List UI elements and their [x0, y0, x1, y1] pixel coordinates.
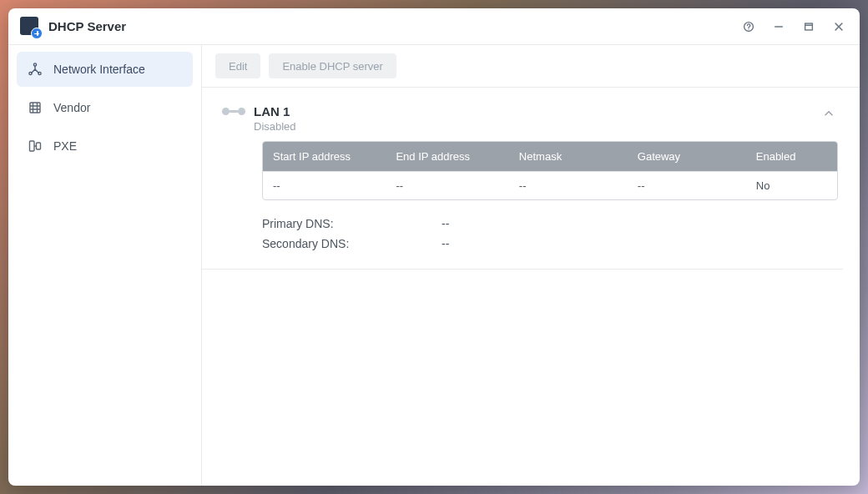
interface-name: LAN 1	[254, 104, 820, 118]
toolbar: Edit Enable DHCP server	[202, 45, 860, 88]
interface-detail: Start IP address End IP address Netmask …	[209, 141, 843, 254]
close-icon[interactable]	[830, 18, 848, 36]
vendor-icon	[27, 99, 43, 116]
col-enabled: Enabled	[746, 142, 837, 172]
maximize-icon[interactable]	[800, 18, 818, 36]
table-row[interactable]: -- -- -- -- No	[263, 172, 837, 200]
sidebar-item-label: Network Interface	[53, 63, 145, 76]
help-icon[interactable]	[739, 18, 758, 36]
cell-end-ip: --	[386, 172, 508, 200]
interface-status: Disabled	[254, 120, 820, 133]
secondary-dns-label: Secondary DNS:	[262, 237, 442, 250]
col-start-ip: Start IP address	[263, 142, 386, 172]
cell-enabled: No	[746, 172, 837, 200]
app-icon	[20, 17, 40, 37]
sidebar-item-network-interface[interactable]: Network Interface	[17, 52, 193, 87]
edit-button[interactable]: Edit	[215, 53, 260, 78]
secondary-dns-value: --	[442, 237, 449, 250]
svg-rect-3	[805, 23, 813, 30]
section-divider	[202, 269, 843, 270]
dhcp-range-table: Start IP address End IP address Netmask …	[262, 141, 838, 200]
window-title: DHCP Server	[48, 19, 126, 33]
dns-block: Primary DNS: -- Secondary DNS: --	[262, 214, 838, 254]
interface-header[interactable]: LAN 1 Disabled	[209, 98, 843, 141]
connection-state-icon	[214, 104, 254, 115]
minimize-icon[interactable]	[770, 18, 788, 36]
svg-rect-10	[30, 103, 40, 113]
cell-gateway: --	[628, 172, 746, 200]
sidebar-item-label: Vendor	[53, 101, 90, 114]
col-netmask: Netmask	[509, 142, 628, 172]
sidebar-item-pxe[interactable]: PXE	[17, 129, 193, 164]
sidebar: Network Interface Vendor	[8, 45, 202, 486]
table-header-row: Start IP address End IP address Netmask …	[263, 142, 837, 172]
sidebar-item-label: PXE	[53, 139, 77, 153]
col-gateway: Gateway	[628, 142, 746, 172]
title-bar: DHCP Server	[8, 8, 860, 45]
svg-rect-15	[30, 141, 35, 151]
primary-dns-label: Primary DNS:	[262, 217, 442, 230]
pxe-icon	[27, 138, 43, 154]
enable-dhcp-button[interactable]: Enable DHCP server	[269, 53, 396, 78]
main-panel: Edit Enable DHCP server LAN 1 Disabled	[202, 45, 860, 486]
sidebar-item-vendor[interactable]: Vendor	[17, 90, 193, 125]
collapse-icon[interactable]	[820, 104, 838, 126]
svg-point-1	[748, 28, 749, 29]
primary-dns-value: --	[442, 217, 449, 230]
network-interface-icon	[27, 61, 43, 78]
col-end-ip: End IP address	[386, 142, 508, 172]
cell-netmask: --	[509, 172, 628, 200]
svg-rect-16	[37, 143, 41, 149]
cell-start-ip: --	[263, 172, 386, 200]
app-window: DHCP Server	[8, 8, 860, 486]
